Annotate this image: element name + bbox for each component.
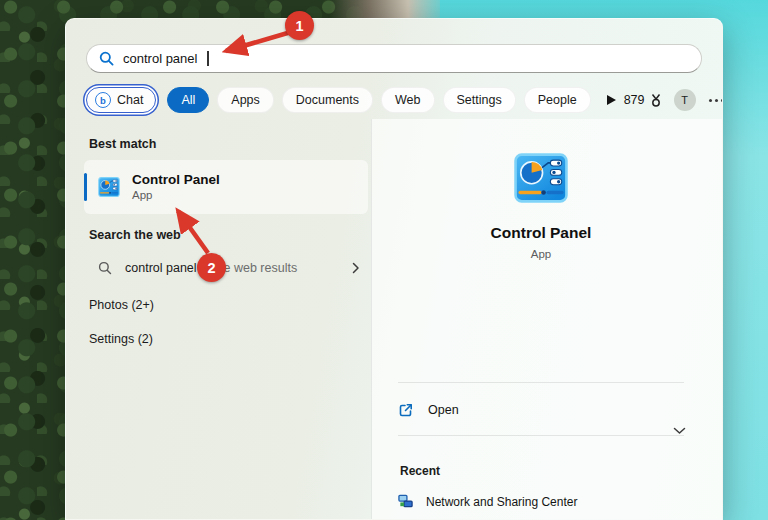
search-flyout: control panel b Chat All Apps Documents … — [65, 18, 723, 520]
more-options-icon[interactable] — [707, 99, 724, 102]
chevron-right-icon — [352, 262, 360, 274]
divider — [398, 435, 684, 436]
tab-apps-label: Apps — [231, 93, 260, 107]
tab-all-label: All — [181, 93, 195, 107]
tab-documents[interactable]: Documents — [282, 87, 373, 113]
open-action[interactable]: Open — [398, 395, 459, 425]
search-filter-tabs: b Chat All Apps Documents Web Settings P… — [86, 86, 698, 114]
preview-title: Control Panel — [398, 224, 684, 242]
divider — [398, 382, 684, 383]
tab-people-label: People — [538, 93, 577, 107]
tab-settings-label: Settings — [457, 93, 502, 107]
more-filters-icon[interactable] — [607, 95, 616, 105]
search-toolbar: 879 T b — [624, 88, 723, 113]
annotation-badge-1: 1 — [285, 11, 314, 40]
best-match-header: Best match — [89, 137, 156, 151]
best-match-subtitle: App — [132, 188, 220, 203]
rewards-medal-icon — [649, 93, 663, 108]
annotation-badge-2: 2 — [197, 253, 226, 282]
annotation-badge-2-label: 2 — [207, 260, 215, 276]
search-input[interactable]: control panel — [86, 44, 702, 73]
rewards-counter[interactable]: 879 — [624, 93, 663, 108]
tab-settings[interactable]: Settings — [443, 87, 516, 113]
tab-web-label: Web — [395, 93, 420, 107]
web-search-icon — [98, 261, 112, 275]
best-match-title: Control Panel — [132, 171, 220, 188]
recent-item[interactable]: Uninstall a program — [398, 515, 684, 520]
recent-header: Recent — [400, 464, 440, 478]
chevron-down-icon[interactable] — [673, 427, 686, 435]
control-panel-icon — [98, 177, 120, 197]
annotation-badge-1-label: 1 — [295, 18, 303, 34]
best-match-text: Control Panel App — [132, 171, 220, 203]
tab-people[interactable]: People — [524, 87, 591, 113]
text-caret — [207, 51, 209, 66]
tab-all[interactable]: All — [167, 87, 209, 113]
web-suggestion-query: control panel — [125, 261, 197, 275]
tab-documents-label: Documents — [296, 93, 359, 107]
group-settings[interactable]: Settings (2) — [89, 332, 153, 346]
best-match-result[interactable]: Control Panel App — [84, 160, 368, 214]
bing-chat-icon: b — [95, 92, 111, 108]
open-external-icon — [398, 402, 414, 418]
group-photos[interactable]: Photos (2+) — [89, 298, 154, 312]
avatar-initial: T — [681, 94, 688, 106]
control-panel-icon-large — [514, 153, 568, 203]
tab-chat-label: Chat — [117, 93, 143, 107]
search-icon — [99, 51, 114, 66]
search-web-header: Search the web — [89, 228, 181, 242]
tab-web[interactable]: Web — [381, 87, 434, 113]
tab-chat[interactable]: b Chat — [86, 87, 156, 113]
preview-pane: Control Panel App Open Recent — [371, 119, 722, 519]
user-avatar[interactable]: T — [674, 89, 696, 111]
tab-apps[interactable]: Apps — [217, 87, 274, 113]
preview-subtitle: App — [398, 248, 684, 260]
search-query-text: control panel — [123, 51, 197, 66]
open-label: Open — [428, 403, 459, 417]
rewards-count: 879 — [624, 93, 645, 107]
recent-item-label: Network and Sharing Center — [426, 495, 577, 509]
network-icon — [398, 494, 413, 509]
recent-item[interactable]: Network and Sharing Center — [398, 488, 684, 515]
preview-app-block: Control Panel App — [398, 153, 684, 260]
desktop: control panel b Chat All Apps Documents … — [0, 0, 768, 520]
web-suggestion-row[interactable]: control panel- See web results — [84, 253, 368, 283]
